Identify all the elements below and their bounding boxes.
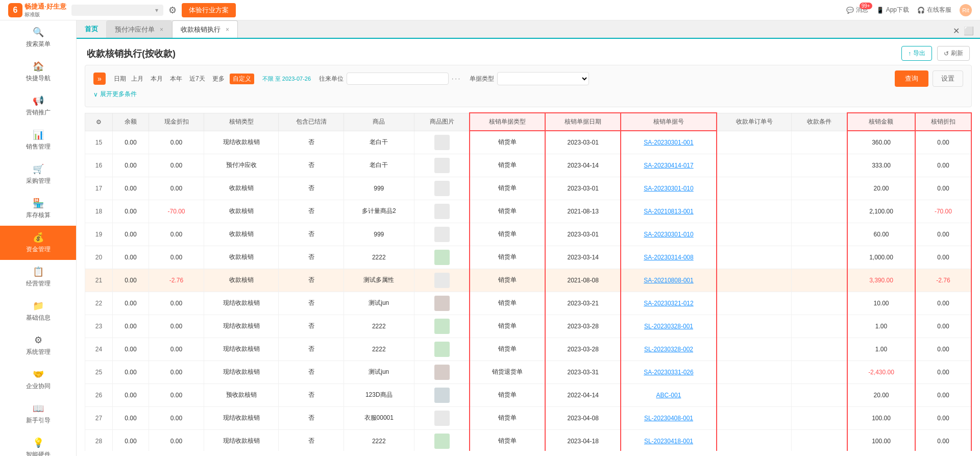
cell-doc-type: 销货单 bbox=[470, 292, 545, 315]
sidebar-item-marketing[interactable]: 📢 营销推广 bbox=[0, 89, 76, 123]
cell-goods: 2222 bbox=[344, 315, 414, 338]
sidebar-item-label: 智能硬件 bbox=[26, 450, 51, 456]
cell-doc-date: 2023-03-01 bbox=[545, 177, 621, 200]
cell-type: 现结收款核销 bbox=[204, 131, 279, 154]
sidebar-item-management[interactable]: 📋 经营管理 bbox=[0, 260, 76, 294]
cell-doc-no[interactable]: SL-20230418-001 bbox=[621, 429, 717, 451]
cell-doc-no[interactable]: SA-20230321-012 bbox=[621, 292, 717, 315]
settings-button[interactable]: 设置 bbox=[933, 70, 963, 87]
settings-icon[interactable]: ⚙ bbox=[168, 5, 177, 16]
cell-num: 23 bbox=[85, 315, 113, 338]
table-row: 28 0.00 0.00 现结收款核销 否 2222 销货单 2023-04-1… bbox=[85, 429, 972, 451]
cell-doc-no[interactable]: SA-20210813-001 bbox=[621, 200, 717, 223]
query-button[interactable]: 查询 bbox=[895, 70, 928, 87]
cell-amount: 10.00 bbox=[847, 292, 915, 315]
cell-doc-no[interactable]: SL-20230408-001 bbox=[621, 406, 717, 429]
sidebar-item-collab[interactable]: 🤝 企业协同 bbox=[0, 363, 76, 397]
cell-amount: 1.00 bbox=[847, 338, 915, 361]
top-search-input[interactable] bbox=[71, 5, 163, 16]
cell-order-no bbox=[717, 361, 792, 383]
cell-doc-no[interactable]: SA-20230414-017 bbox=[621, 154, 717, 177]
marketing-icon: 📢 bbox=[33, 95, 44, 106]
tab-writeoff-label: 收款核销执行 bbox=[181, 25, 220, 34]
cell-balance: 0.00 bbox=[113, 154, 149, 177]
sidebar-item-label: 营销推广 bbox=[26, 108, 51, 117]
cell-included: 否 bbox=[279, 177, 344, 200]
table-row: 24 0.00 0.00 现结收款核销 否 2222 销货单 2023-03-2… bbox=[85, 338, 972, 361]
export-button[interactable]: ↑ 导出 bbox=[901, 46, 932, 61]
sidebar-item-label: 企业协同 bbox=[26, 382, 51, 391]
partner-input[interactable] bbox=[347, 73, 449, 85]
tab-writeoff-close[interactable]: × bbox=[226, 26, 229, 33]
date-opt-more[interactable]: 更多 bbox=[210, 74, 227, 84]
sidebar-item-search[interactable]: 🔍 搜索菜单 bbox=[0, 20, 76, 55]
tab-prepay[interactable]: 预付冲应付单 × bbox=[106, 20, 172, 38]
tab-maximize-btn[interactable]: ⬜ bbox=[964, 26, 974, 36]
refresh-button[interactable]: ↺ 刷新 bbox=[937, 46, 970, 61]
tab-writeoff[interactable]: 收款核销执行 × bbox=[172, 20, 238, 38]
sidebar-item-hardware[interactable]: 💡 智能硬件 bbox=[0, 431, 76, 456]
doc-type-select[interactable] bbox=[497, 72, 589, 85]
app-download-item[interactable]: 📱 App下载 bbox=[876, 6, 909, 14]
cell-doc-date: 2023-04-14 bbox=[545, 154, 621, 177]
sidebar-item-label: 采购管理 bbox=[26, 177, 51, 185]
cell-doc-no[interactable]: SL-20230328-002 bbox=[621, 338, 717, 361]
cell-doc-date: 2023-03-28 bbox=[545, 315, 621, 338]
cell-goods-img bbox=[414, 361, 470, 383]
col-header-settings[interactable]: ⚙ bbox=[85, 113, 113, 131]
trial-btn[interactable]: 体验行业方案 bbox=[182, 3, 236, 17]
cell-discount: -70.00 bbox=[915, 200, 971, 223]
date-opt-custom[interactable]: 自定义 bbox=[230, 74, 254, 84]
filter-partner-item: 往来单位 ··· bbox=[319, 73, 461, 85]
date-opt-last-month[interactable]: 上月 bbox=[129, 74, 145, 84]
cell-order-no bbox=[717, 200, 792, 223]
cell-discount: 0.00 bbox=[915, 154, 971, 177]
cell-doc-no[interactable]: SA-20230301-010 bbox=[621, 223, 717, 246]
cell-type: 现结收款核销 bbox=[204, 406, 279, 429]
cell-cash-discount: 0.00 bbox=[149, 131, 204, 154]
tab-home[interactable]: 首页 bbox=[77, 20, 106, 38]
sidebar-item-inventory[interactable]: 🏪 库存核算 bbox=[0, 191, 76, 226]
main-table: ⚙ 余额 现金折扣 核销类型 包含已结清 商品 商品图片 核销单据类型 核销单据… bbox=[85, 112, 972, 451]
table-row: 15 0.00 0.00 现结收款核销 否 老白干 销货单 2023-03-01… bbox=[85, 131, 972, 154]
cell-included: 否 bbox=[279, 154, 344, 177]
cell-type: 收款核销 bbox=[204, 177, 279, 200]
sidebar-item-base-info[interactable]: 📁 基础信息 bbox=[0, 294, 76, 328]
table-row: 19 0.00 0.00 收款核销 否 999 销货单 2023-03-01 S… bbox=[85, 223, 972, 246]
sidebar-item-purchase[interactable]: 🛒 采购管理 bbox=[0, 157, 76, 191]
cell-balance: 0.00 bbox=[113, 383, 149, 406]
cell-doc-no[interactable]: SA-20210808-001 bbox=[621, 269, 717, 292]
sidebar-item-system[interactable]: ⚙ 系统管理 bbox=[0, 328, 76, 363]
cell-included: 否 bbox=[279, 292, 344, 315]
cell-doc-no[interactable]: SA-20230301-001 bbox=[621, 131, 717, 154]
tab-close-btn[interactable]: ✕ bbox=[953, 26, 960, 36]
sidebar-item-sales[interactable]: 📊 销售管理 bbox=[0, 123, 76, 157]
sidebar-item-finance[interactable]: 💰 资金管理 bbox=[0, 226, 76, 260]
cell-payment-terms bbox=[792, 246, 847, 269]
notification-item[interactable]: 💬 消息 99+ bbox=[846, 6, 868, 14]
cell-doc-no[interactable]: SA-20230314-008 bbox=[621, 246, 717, 269]
date-opt-7days[interactable]: 近7天 bbox=[187, 74, 207, 84]
col-header-included: 包含已结清 bbox=[279, 113, 344, 131]
cell-doc-no[interactable]: SA-20230331-026 bbox=[621, 361, 717, 383]
cell-doc-no[interactable]: SL-20230328-001 bbox=[621, 315, 717, 338]
online-service-item[interactable]: 🎧 在线客服 bbox=[917, 6, 951, 14]
cell-discount: 0.00 bbox=[915, 361, 971, 383]
cell-cash-discount: 0.00 bbox=[149, 292, 204, 315]
sidebar-item-nav[interactable]: 🏠 快捷导航 bbox=[0, 55, 76, 89]
expand-more-btn[interactable]: ∨ 展开更多条件 bbox=[93, 90, 963, 99]
sidebar-item-guide[interactable]: 📖 新手引导 bbox=[0, 397, 76, 431]
cell-num: 18 bbox=[85, 200, 113, 223]
cell-doc-no[interactable]: ABC-001 bbox=[621, 383, 717, 406]
page-title: 收款核销执行(按收款) bbox=[87, 47, 176, 60]
date-opt-this-year[interactable]: 本年 bbox=[168, 74, 184, 84]
date-opt-this-month[interactable]: 本月 bbox=[149, 74, 165, 84]
cell-doc-date: 2022-04-14 bbox=[545, 383, 621, 406]
cell-amount: 100.00 bbox=[847, 406, 915, 429]
cell-order-no bbox=[717, 429, 792, 451]
cell-doc-no[interactable]: SA-20230301-010 bbox=[621, 177, 717, 200]
filter-expand-btn[interactable]: » bbox=[93, 73, 106, 85]
filter-date-item: 日期 上月 本月 本年 近7天 更多 自定义 bbox=[114, 74, 254, 84]
tab-prepay-close[interactable]: × bbox=[160, 26, 163, 33]
user-avatar[interactable]: Rit bbox=[960, 4, 972, 16]
